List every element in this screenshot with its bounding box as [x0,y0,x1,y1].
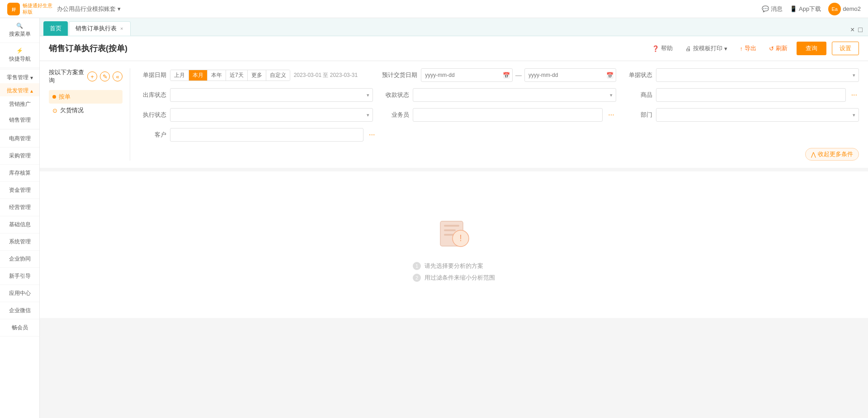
page-header-actions: ❓ 帮助 🖨 按模板打印 ▾ ↑ 导出 ↺ 刷新 [648,42,859,55]
refresh-icon: ↺ [769,45,774,52]
date-tab-more[interactable]: 更多 [248,70,266,81]
print-icon: 🖨 [685,45,691,52]
empty-state: ! 1 请先选择要分析的方案 2 用过滤条件来缩小分析范围 [40,171,868,318]
expected-date-to: 📅 [524,68,616,82]
refresh-btn[interactable]: ↺ 刷新 [765,43,791,54]
help-icon: ❓ [652,45,659,52]
field-dept: 部门 ▾ [625,108,859,122]
sidebar-item-member[interactable]: 畅会员 [0,319,39,337]
message-icon: 💬 [762,5,769,12]
customer-label: 客户 [139,131,166,139]
sidebar-item-system[interactable]: 系统管理 [0,233,39,251]
sidebar-item-retail[interactable]: 零售管理 ▾ [0,70,39,83]
order-status-select-wrapper: ▾ [656,68,859,82]
exec-status-select[interactable] [170,108,373,122]
date-tab-thismonth[interactable]: 本月 [189,70,208,81]
empty-tip-2: 2 用过滤条件来缩小分析范围 [413,274,495,282]
out-status-select-wrapper: ▾ [170,88,373,102]
sidebar: 🔍 搜索菜单 ⚡ 快捷导航 零售管理 ▾ 批发管理 ▴ 营销推广 销售管理 电商… [0,18,40,418]
tip-num-2: 2 [413,274,421,282]
tab-sales-order[interactable]: 销售订单执行表 × [69,21,131,36]
exec-status-select-wrapper: ▾ [170,108,373,122]
field-date: 单据日期 上月 本月 本年 近7天 更多 自定义 2023-03-01 至 20… [139,70,373,81]
window-close-btn[interactable]: × [850,26,854,34]
edit-scheme-btn[interactable]: ✎ [100,71,110,81]
sidebar-item-enterprise-collab[interactable]: 企业协同 [0,251,39,268]
filter-section: 按以下方案查询 + ✎ « 按单 ⊙ [40,61,868,168]
date-tab-custom[interactable]: 自定义 [266,70,290,81]
empty-tips: 1 请先选择要分析的方案 2 用过滤条件来缩小分析范围 [413,262,495,282]
salesman-dots-btn[interactable]: ··· [606,111,616,119]
sidebar-item-sales[interactable]: 销售管理 [0,112,39,128]
tab-home[interactable]: 首页 [43,21,68,36]
user-profile[interactable]: Ea demo2 [828,3,861,15]
empty-icon: ! [431,208,476,253]
sidebar-item-marketing[interactable]: 营销推广 [0,96,39,112]
app-icon: 📱 [790,5,797,12]
sidebar-item-search[interactable]: 🔍 搜索菜单 [0,18,39,43]
sidebar-item-enterprise-wechat[interactable]: 企业微信 [0,302,39,319]
expected-date-from-input[interactable] [421,68,513,82]
sidebar-item-purchase[interactable]: 采购管理 [0,147,39,165]
tab-bar: 首页 销售订单执行表 × × □ [40,18,868,36]
sidebar-item-app-center[interactable]: 应用中心 [0,285,39,302]
shortage-icon: ⊙ [52,107,57,114]
export-icon: ↑ [740,45,743,52]
app-download-btn[interactable]: 📱 App下载 [790,5,821,13]
scheme-item-orders[interactable]: 按单 [49,90,123,104]
field-salesman: 业务员 ··· [382,108,616,122]
filter-row-1: 单据日期 上月 本月 本年 近7天 更多 自定义 2023-03-01 至 20… [139,68,859,82]
date-tab-7days[interactable]: 近7天 [226,70,248,81]
date-range-text: 2023-03-01 至 2023-03-31 [294,71,358,79]
salesman-input[interactable] [413,108,603,122]
tab-close-icon[interactable]: × [119,26,124,31]
search-icon: 🔍 [16,23,23,29]
sidebar-item-management[interactable]: 经营管理 [0,199,39,216]
page-title: 销售订单执行表(按单) [49,43,127,54]
sidebar-item-quicknav[interactable]: ⚡ 快捷导航 [0,43,39,68]
goods-dots-btn[interactable]: ··· [849,91,859,99]
out-status-label: 出库状态 [139,91,166,99]
setting-button[interactable]: 设置 [832,42,859,55]
svg-text:好: 好 [11,7,16,12]
help-btn[interactable]: ❓ 帮助 [648,43,676,54]
svg-rect-4 [444,229,456,231]
goods-input[interactable] [656,88,846,102]
order-status-select[interactable] [656,68,859,82]
quicknav-icon: ⚡ [16,48,23,54]
date-tab-thisyear[interactable]: 本年 [208,70,226,81]
customer-dots-btn[interactable]: ··· [367,131,377,139]
page-content: 销售订单执行表(按单) ❓ 帮助 🖨 按模板打印 ▾ ↑ 导出 [40,36,868,418]
export-btn[interactable]: ↑ 导出 [736,43,760,54]
scheme-item-shortage[interactable]: ⊙ 欠货情况 [49,104,123,117]
expected-date-range: 📅 — 📅 [421,68,616,82]
header-right: 💬 消息 📱 App下载 Ea demo2 [762,3,861,15]
messages-btn[interactable]: 💬 消息 [762,5,783,13]
window-max-btn[interactable]: □ [858,26,863,34]
sidebar-item-finance[interactable]: 资金管理 [0,182,39,199]
sidebar-item-wholesale[interactable]: 批发管理 ▴ [0,83,39,96]
add-scheme-btn[interactable]: + [87,71,97,81]
collapse-btn[interactable]: ⋀ 收起更多条件 [805,148,859,161]
chevron-icon: ▾ [30,75,33,81]
collect-status-select[interactable] [413,88,616,102]
customer-input[interactable] [170,128,363,142]
search-button[interactable]: 查询 [797,42,826,55]
page-dropdown[interactable]: 办公用品行业模拟账套 ▾ [57,5,121,13]
goods-label: 商品 [625,91,652,99]
sidebar-item-ecommerce[interactable]: 电商管理 [0,130,39,147]
svg-rect-3 [444,225,459,227]
template-print-btn[interactable]: 🖨 按模板打印 ▾ [682,43,731,54]
sidebar-item-inventory[interactable]: 库存核算 [0,165,39,182]
sidebar-item-newbie[interactable]: 新手引导 [0,268,39,285]
sidebar-item-basic-info[interactable]: 基础信息 [0,216,39,233]
logo-icon: 好 [7,3,20,15]
collapse-panel-btn[interactable]: « [113,71,123,81]
out-status-select[interactable] [170,88,373,102]
field-goods: 商品 ··· [625,88,859,102]
expected-date-to-input[interactable] [524,68,616,82]
field-customer: 客户 ··· [139,128,377,142]
date-tab-lastmonth[interactable]: 上月 [170,70,189,81]
date-tabs: 上月 本月 本年 近7天 更多 自定义 [170,70,290,81]
dept-select[interactable] [656,108,859,122]
